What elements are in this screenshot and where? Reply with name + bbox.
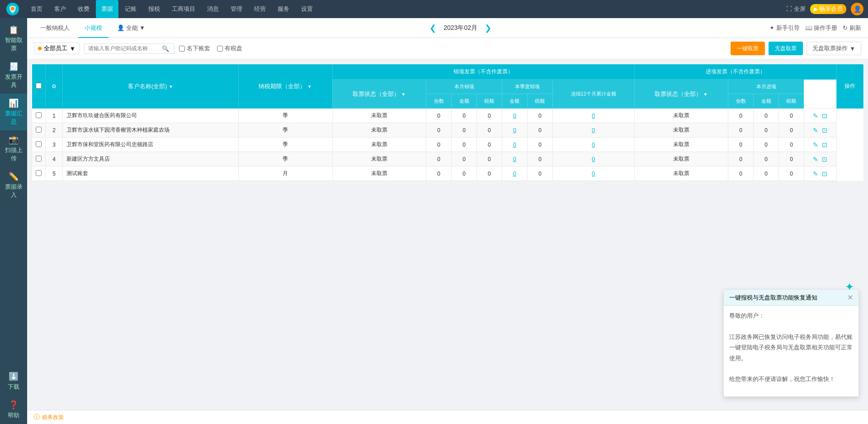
fullscreen-btn[interactable]: ⛶ 全屏 [786,5,806,13]
nav-item-client[interactable]: 客户 [49,0,71,18]
12month-link[interactable]: 0 [592,156,595,162]
checkbox-own-account-input[interactable] [179,46,185,52]
edit-icon[interactable]: ✎ [813,170,818,177]
nav-item-fee[interactable]: 收费 [72,0,95,18]
th-purchase-month-amount: 金额 [754,94,779,109]
sidebar-item-scan-upload[interactable]: 📸 扫描上传 [0,130,27,167]
toolbar-right: 一键取票 无盘取票 无盘取票操作 ▼ [731,42,861,55]
nav-item-manage[interactable]: 管理 [225,0,248,18]
manual-btn[interactable]: 📖 操作手册 [805,24,838,32]
row-period: 季 [238,123,332,138]
th-client-filter-icon[interactable]: ▼ [169,84,173,89]
tab-small-scale[interactable]: 小规模 [78,18,108,38]
svg-point-1 [11,7,14,10]
nav-item-tax[interactable]: 报税 [143,0,165,18]
sidebar-label-smart-ticket: 智能取票 [2,36,25,52]
sidebar-item-ticket-entry[interactable]: ✏️ 票据录入 [0,167,27,204]
edit-icon[interactable]: ✎ [813,127,818,134]
no-disk-ops-btn[interactable]: 无盘取票操作 ▼ [807,42,861,55]
row-sales-quarter-tax: 0 [527,167,552,181]
row-checkbox-cell [32,138,46,152]
nav-item-business[interactable]: 工商项目 [166,0,201,18]
refresh-btn[interactable]: ↻ 刷新 [843,24,861,32]
tab-all[interactable]: 👤 全能 ▼ [111,18,151,38]
12month-link[interactable]: 0 [592,127,595,133]
quarter-amount-link[interactable]: 0 [513,170,516,177]
quarter-amount-link[interactable]: 0 [513,141,516,148]
tab-general-taxpayer[interactable]: 一般纳税人 [34,18,76,38]
th-purchase-status-filter[interactable]: ▼ [703,92,708,97]
12month-link[interactable]: 0 [592,170,595,177]
no-disk-ticket-btn[interactable]: 无盘取票 [769,42,803,55]
th-settings[interactable]: ⚙ [46,64,63,109]
12month-link[interactable]: 0 [592,112,595,119]
one-click-ticket-btn[interactable]: 一键取票 [731,42,765,55]
avatar[interactable]: 👤 [851,3,863,15]
quarter-amount-link[interactable]: 0 [513,112,516,119]
nav-item-home[interactable]: 首页 [25,0,48,18]
row-checkbox[interactable] [36,141,42,147]
sidebar-item-ticket-summary[interactable]: 📊 票据汇总 [0,94,27,130]
nav-item-operation[interactable]: 经营 [249,0,271,18]
th-sales-month-amount: 金额 [452,94,477,109]
select-all-checkbox[interactable] [36,83,42,89]
sidebar-label-invoice-issue: 发票开具 [2,73,25,89]
row-checkbox[interactable] [36,127,42,133]
view-icon[interactable]: ⊡ [822,156,827,163]
sidebar-item-smart-ticket[interactable]: 📋 智能取票 [0,20,27,57]
quarter-amount-link[interactable]: 0 [513,127,516,133]
nav-item-message[interactable]: 消息 [202,0,224,18]
th-period-filter-icon[interactable]: ▼ [307,84,312,89]
th-sales-month-shares: 份数 [426,94,452,109]
checkbox-has-tax-disk[interactable]: 有税盘 [217,44,242,52]
notification-close-btn[interactable]: ✕ [847,293,853,302]
row-checkbox[interactable] [36,112,42,118]
period-display: 2023年02月 [443,24,477,32]
new-guide-btn[interactable]: ✦ 新手引导 [769,24,800,32]
sidebar-item-help[interactable]: ❓ 帮助 [0,395,27,424]
row-sales-quarter-amount: 0 [502,138,527,152]
view-icon[interactable]: ⊡ [822,141,827,148]
th-purchase-month-shares: 份数 [728,94,754,109]
row-num: 2 [46,123,63,138]
sidebar-item-download[interactable]: ⬇️ 下载 [0,367,27,395]
tax-policy-link[interactable]: 税务政策 [42,414,64,421]
info-icon: ⓘ [34,413,40,421]
row-sales-12month: 0 [552,138,634,152]
sidebar-item-invoice-issue[interactable]: 🧾 发票开具 [0,57,27,94]
view-icon[interactable]: ⊡ [822,112,827,119]
vip-badge[interactable]: ▶ 畅享会员 [810,4,846,14]
nav-item-accounting[interactable]: 记账 [119,0,142,18]
period-next-btn[interactable]: ❯ [482,23,494,33]
th-sales-status-filter[interactable]: ▼ [401,92,406,97]
nav-item-invoice[interactable]: 票据 [96,0,118,18]
nav-item-service[interactable]: 服务 [272,0,295,18]
edit-icon[interactable]: ✎ [813,156,818,163]
search-button[interactable]: 🔍 [160,45,170,52]
checkbox-has-tax-disk-input[interactable] [217,46,223,52]
row-checkbox-cell [32,152,46,167]
edit-icon[interactable]: ✎ [813,141,818,148]
view-icon[interactable]: ⊡ [822,127,827,134]
view-icon[interactable]: ⊡ [822,170,827,177]
row-checkbox-cell [32,167,46,181]
row-checkbox[interactable] [36,156,42,162]
row-actions: ✎ ⊡ [804,152,836,167]
logo[interactable] [5,1,21,17]
row-checkbox[interactable] [36,170,42,176]
search-input[interactable] [88,45,160,52]
edit-icon[interactable]: ✎ [813,112,818,119]
employee-select[interactable]: 全部员工 ▼ [34,43,80,54]
row-purchase-month-amount: 0 [754,123,779,138]
checkbox-own-account[interactable]: 名下账套 [179,44,210,52]
12month-link[interactable]: 0 [592,141,595,148]
quarter-amount-link[interactable]: 0 [513,156,516,162]
row-sales-status: 未取票 [332,167,426,181]
nav-item-settings[interactable]: 设置 [296,0,318,18]
row-purchase-month-shares: 0 [728,138,754,152]
row-client: 卫辉市汲水镇下园湾香榭营木种植家庭农场 [63,123,238,138]
row-actions: ✎ ⊡ [804,138,836,152]
table-row: 3 卫辉市保和堂医药有限公司忠顿路店 季 未取票 0 0 0 0 0 0 未取票… [32,138,863,152]
row-sales-month-shares: 0 [426,109,452,123]
period-prev-btn[interactable]: ❮ [427,23,439,33]
